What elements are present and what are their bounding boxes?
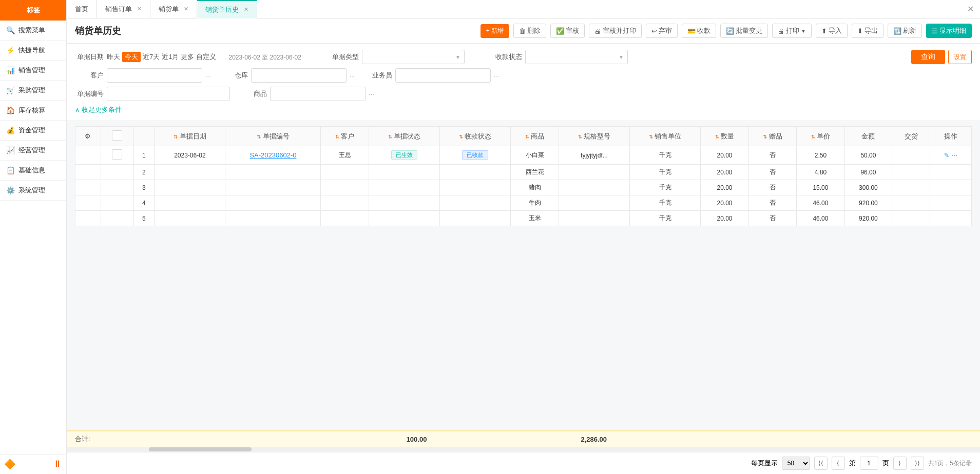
settings-button[interactable]: 设置 [948, 50, 972, 64]
sidebar-item-operations[interactable]: 📈 经营管理 [0, 141, 66, 161]
summary-values: 100.00 2,286.00 [99, 436, 607, 443]
batch-change-button[interactable]: 🔄 批量变更 [720, 24, 768, 38]
sidebar-item-quick-nav[interactable]: ⚡ 快捷导航 [0, 41, 66, 61]
date-quick-1month[interactable]: 近1月 [162, 52, 179, 62]
abandon-button[interactable]: ↩ 弃审 [646, 24, 678, 38]
row-status-cell [369, 195, 439, 211]
query-button[interactable]: 查询 [911, 50, 945, 64]
salesperson-input[interactable] [395, 68, 491, 83]
col-gear[interactable]: ⚙ [75, 127, 101, 146]
row-check-cell[interactable] [101, 165, 133, 180]
sidebar-bottom-btn-2[interactable]: ⏸ [53, 459, 62, 470]
sidebar-item-label: 采购管理 [18, 86, 45, 95]
export-button[interactable]: ⬇ 导出 [852, 24, 883, 38]
check-all-checkbox[interactable] [112, 130, 122, 141]
tab-home[interactable]: 首页 [67, 0, 97, 18]
row-check-cell[interactable] [101, 195, 133, 211]
lightning-icon: ⚡ [6, 46, 14, 54]
tab-sales-order-close[interactable]: ✕ [137, 6, 142, 12]
sidebar-item-sales-mgmt[interactable]: 📊 销售管理 [0, 61, 66, 81]
col-spec[interactable]: ⇅ 规格型号 [559, 127, 629, 146]
col-doc-status[interactable]: ⇅ 单据状态 [369, 127, 439, 146]
row-spec-cell [559, 211, 629, 226]
page-first-button[interactable]: ⟨⟨ [814, 457, 828, 470]
page-input[interactable] [860, 457, 878, 470]
new-button[interactable]: + 新增 [481, 24, 509, 38]
docno-input[interactable] [107, 87, 230, 101]
sidebar-item-inventory[interactable]: 🏠 库存核算 [0, 101, 66, 121]
type-select-wrapper: ▼ [362, 50, 465, 64]
delete-button[interactable]: 🗑 删除 [513, 24, 546, 38]
sidebar-item-system-mgmt[interactable]: ⚙️ 系统管理 [0, 181, 66, 201]
salesperson-dots[interactable]: ··· [494, 72, 499, 80]
col-unit[interactable]: ⇅ 销售单位 [630, 127, 701, 146]
payment-select[interactable] [525, 50, 628, 64]
doc-no-link[interactable]: SA-20230602-0 [249, 151, 296, 159]
filter-row-2: 客户 ··· 仓库 ··· 业务员 ··· [75, 68, 972, 83]
action-more-btn[interactable]: ⋯ [951, 152, 957, 159]
date-quick-7days[interactable]: 近7天 [143, 52, 160, 62]
sidebar-item-search-menu[interactable]: 🔍 搜索菜单 [0, 21, 66, 41]
row-customer-cell [321, 180, 369, 195]
type-select[interactable] [362, 50, 465, 64]
col-gift[interactable]: ⇅ 赠品 [748, 127, 796, 146]
warehouse-input[interactable] [251, 68, 347, 83]
money-icon: 💰 [6, 126, 14, 134]
tab-close-all-button[interactable]: ✕ [961, 4, 980, 14]
date-quick-custom[interactable]: 自定义 [196, 52, 216, 62]
tab-sales-history-close[interactable]: ✕ [244, 6, 248, 13]
goods-dots[interactable]: ··· [369, 90, 374, 98]
action-edit-btn[interactable]: ✎ [944, 152, 949, 159]
row-checkbox[interactable] [112, 149, 122, 160]
date-quick-more[interactable]: 更多 [181, 52, 194, 62]
row-check-cell[interactable] [101, 146, 133, 165]
row-check-cell[interactable] [101, 211, 133, 226]
page-next-button[interactable]: ⟩ [893, 457, 907, 470]
approve-button[interactable]: ✅ 审核 [550, 24, 585, 38]
col-customer[interactable]: ⇅ 客户 [321, 127, 369, 146]
refresh-button[interactable]: 🔃 刷新 [888, 24, 922, 38]
col-docno[interactable]: ⇅ 单据编号 [225, 127, 321, 146]
collect-button[interactable]: 💳 收款 [682, 24, 716, 38]
sidebar-bottom-btn-1[interactable]: 🔶 [4, 459, 15, 470]
sidebar-item-finance[interactable]: 💰 资金管理 [0, 121, 66, 141]
tab-sales-order[interactable]: 销售订单 ✕ [97, 0, 150, 18]
row-unit-cell: 千克 [630, 211, 701, 226]
row-qty-cell: 20.00 [701, 146, 748, 165]
col-goods[interactable]: ⇅ 商品 [511, 127, 559, 146]
page-last-button[interactable]: ⟩⟩ [911, 457, 924, 470]
tab-sales-delivery[interactable]: 销货单 ✕ [150, 0, 197, 18]
type-label: 单据类型 [330, 52, 359, 62]
approve-print-button[interactable]: 🖨 审核并打印 [589, 24, 642, 38]
row-action-cell [930, 165, 972, 180]
import-button[interactable]: ⬆ 导入 [816, 24, 848, 38]
sidebar-item-label: 资金管理 [18, 126, 45, 135]
row-docno-cell[interactable]: SA-20230602-0 [225, 146, 321, 165]
sidebar-item-label: 系统管理 [18, 186, 45, 195]
warehouse-dots[interactable]: ··· [350, 72, 355, 80]
sidebar-item-basic-info[interactable]: 📋 基础信息 [0, 161, 66, 181]
table-gear-icon[interactable]: ⚙ [85, 132, 91, 140]
tab-sales-history[interactable]: 销货单历史 ✕ [197, 0, 257, 18]
col-price[interactable]: ⇅ 单价 [797, 127, 844, 146]
page-prev-button[interactable]: ⟨ [832, 457, 845, 470]
page: 销货单历史 + 新增 🗑 删除 ✅ 审核 🖨 审核并打印 ↩ 弃审 [67, 18, 980, 474]
show-detail-button[interactable]: ☰ 显示明细 [926, 24, 972, 38]
print-button[interactable]: 🖨 打印 ▼ [772, 24, 812, 38]
date-quick-today[interactable]: 今天 [122, 52, 141, 62]
sidebar-item-purchase-mgmt[interactable]: 🛒 采购管理 [0, 81, 66, 101]
collapse-button[interactable]: ∧ 收起更多条件 [75, 105, 972, 114]
col-pay-status[interactable]: ⇅ 收款状态 [440, 127, 511, 146]
customer-input[interactable] [107, 68, 202, 83]
row-check-cell[interactable] [101, 180, 133, 195]
horizontal-scrollbar[interactable] [67, 447, 980, 452]
col-check[interactable] [101, 127, 133, 146]
customer-dots[interactable]: ··· [205, 72, 211, 80]
date-quick-yesterday[interactable]: 昨天 [107, 52, 120, 62]
tab-sales-delivery-close[interactable]: ✕ [184, 6, 188, 12]
page-size-select[interactable]: 50 100 200 [782, 457, 810, 470]
col-qty[interactable]: ⇅ 数量 [701, 127, 748, 146]
col-date[interactable]: ⇅ 单据日期 [155, 127, 225, 146]
goods-input[interactable] [270, 87, 366, 101]
scrollbar-thumb[interactable] [149, 447, 252, 451]
